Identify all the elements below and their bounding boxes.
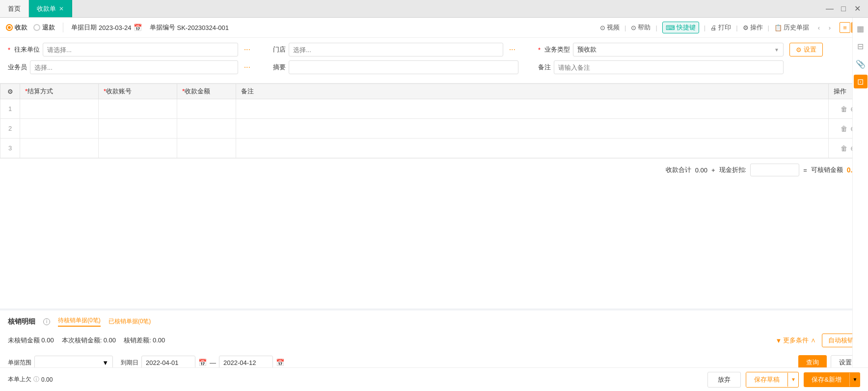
row-delete-icon-2[interactable]: 🗑 [841,125,847,133]
store-more-button[interactable]: ··· [506,45,518,54]
date-calendar-icon[interactable]: 📅 [134,24,142,31]
print-icon: 🖨 [710,24,717,31]
save-draft-dropdown-button[interactable]: ▼ [787,373,798,387]
table-cell-amount-1[interactable] [177,99,236,119]
sidebar-icon-list[interactable]: ⊟ [854,39,868,53]
range-label: 单据范围 [8,359,31,367]
sidebar-icon-attach[interactable]: 📎 [854,57,868,71]
table-header-remark: 备注 [236,84,829,99]
radio-receipt-dot [6,24,13,31]
partner-input[interactable] [43,43,238,56]
partner-more-button[interactable]: ··· [241,45,253,54]
unchecked-label: 未核销金额 0.00 [8,336,54,345]
discount-input[interactable] [750,164,799,176]
available-label: 可核销金额 [811,166,843,174]
nav-left-button[interactable]: ‹ [814,23,824,32]
video-icon: ⊙ [600,24,605,31]
staff-input[interactable] [30,60,238,74]
tab-receipt[interactable]: 收款单 ✕ [29,0,72,17]
nav-right-button[interactable]: › [825,23,835,32]
radio-refund-label: 退款 [42,23,55,32]
summary-field: 摘要 [273,60,518,74]
staff-more-button[interactable]: ··· [241,63,253,72]
help-icon: ⊙ [631,24,636,31]
table-cell-account-3[interactable] [99,139,177,158]
right-sidebar: ▦ ⊟ 📎 ⊡ [852,18,868,367]
date-separator: — [210,359,216,366]
store-field: 门店 ··· [273,43,518,56]
close-button[interactable]: ✕ [852,4,862,14]
row-delete-icon-1[interactable]: 🗑 [841,105,847,113]
tab-receipt-label: 收款单 [37,4,56,13]
save-draft-button[interactable]: 保存草稿 [746,372,787,387]
settings-button[interactable]: ⚙ 设置 [789,43,823,56]
store-label: 门店 [273,45,286,54]
verify-stats: 未核销金额 0.00 本次核销金额: 0.00 核销差额: 0.00 ▼ 更多条… [8,331,860,350]
shortcut-button[interactable]: ⌨ 快捷键 [662,22,699,33]
row-delete-icon-3[interactable]: 🗑 [841,144,847,152]
store-input[interactable] [289,43,503,56]
radio-receipt[interactable]: 收款 [6,23,27,32]
total-label: 收款合计 [666,166,691,174]
bottom-info-icon[interactable]: ⓘ [33,375,39,384]
bottom-info-value: 0.00 [41,376,53,383]
save-new-dropdown-button[interactable]: ▼ [849,373,860,387]
summary-label: 摘要 [273,63,286,72]
table-row: 2 🗑 ⊕ [0,119,868,139]
table-header-settlement: *结算方式 [20,84,99,99]
table-cell-remark-3[interactable] [236,139,829,158]
calendar-to-icon[interactable]: 📅 [276,359,284,366]
table-cell-remark-1[interactable] [236,99,829,119]
table-cell-settlement-2[interactable] [20,119,99,139]
verify-title: 核销明细 [8,317,35,326]
done-tab[interactable]: 已核销单据(0笔) [108,317,151,326]
video-button[interactable]: ⊙ 视频 [600,23,620,32]
table-cell-account-1[interactable] [99,99,177,119]
business-type-required-star: * [538,46,541,54]
table-cell-settlement-3[interactable] [20,139,99,158]
main-content: 收款 退款 单据日期 2023-03-24 📅 单据编号 SK-20230324… [0,18,868,391]
table-cell-account-2[interactable] [99,119,177,139]
discard-button[interactable]: 放弃 [707,372,741,388]
table-row-num-3: 3 [0,139,20,158]
shortcut-icon: ⌨ [666,24,675,31]
partner-label: 往来单位 [14,45,40,54]
print-button[interactable]: 🖨 打印 [710,23,731,32]
more-conditions-button[interactable]: ▼ 更多条件 ∧ [776,336,816,345]
toolbar-right: ⊙ 视频 | ⊙ 帮助 | ⌨ 快捷键 | 🖨 打印 | ⚙ 操作 [600,22,862,33]
maximize-button[interactable]: □ [839,4,848,14]
history-icon: 📋 [774,24,782,31]
table-cell-remark-2[interactable] [236,119,829,139]
help-button[interactable]: ⊙ 帮助 [631,23,651,32]
operation-button[interactable]: ⚙ 操作 [743,23,763,32]
tab-home[interactable]: 首页 [0,0,29,17]
history-button[interactable]: 📋 历史单据 [774,23,809,32]
save-new-button[interactable]: 保存&新增 [804,372,849,387]
note-field: 备注 [538,60,784,74]
radio-group: 收款 退款 [6,23,55,32]
minimize-button[interactable]: — [825,4,835,14]
radio-refund[interactable]: 退款 [33,23,55,32]
business-type-value: 预收款 [577,45,772,54]
form-row-1: * 往来单位 ··· 门店 ··· * 业务类型 预收款 ▼ [8,43,860,56]
table-header-gear[interactable]: ⚙ [0,84,20,99]
pending-tab[interactable]: 待核销单据(0笔) [58,316,101,327]
tab-close-icon[interactable]: ✕ [59,5,64,12]
sidebar-icon-table[interactable]: ▦ [854,22,868,35]
list-view-icon[interactable]: ≡ [840,22,850,33]
note-input[interactable] [554,60,784,74]
discount-label: 现金折扣: [719,166,747,174]
table-cell-amount-3[interactable] [177,139,236,158]
calendar-from-icon[interactable]: 📅 [198,359,207,366]
business-type-select[interactable]: 预收款 ▼ [573,43,784,56]
table-cell-settlement-1[interactable] [20,99,99,119]
verify-info-icon[interactable]: i [43,318,50,325]
number-value: SK-20230324-001 [177,24,229,31]
business-type-field: * 业务类型 预收款 ▼ [538,43,784,56]
sidebar-icon-expand[interactable]: ⊡ [854,75,868,88]
note-label: 备注 [538,63,551,72]
radio-receipt-label: 收款 [15,23,27,32]
verify-header: 核销明细 i 待核销单据(0笔) 已核销单据(0笔) [8,316,860,327]
summary-input[interactable] [289,60,518,74]
table-cell-amount-2[interactable] [177,119,236,139]
